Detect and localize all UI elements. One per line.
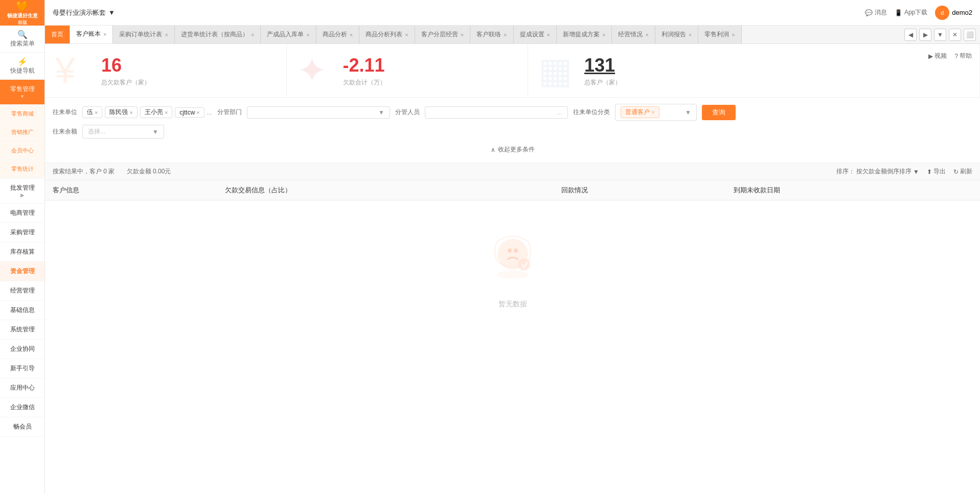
tab-new-achievement[interactable]: 新增提成方案 × [557,26,612,43]
tab-customer-book-close[interactable]: × [103,31,106,37]
tab-customer-book[interactable]: 客户账本 × [70,26,113,43]
sidebar-item-member-center[interactable]: 会员中心 [0,142,44,160]
tab-maximize-button[interactable]: ⬜ [964,29,976,41]
stat-card-total-debt: ✦ -2.11 欠款合计（万） [287,44,529,97]
stat2-value: -2.11 [343,54,386,76]
sidebar-item-search-menu[interactable]: 🔍 搜索菜单 [0,26,44,53]
tab-product-analysis-list-close[interactable]: × [405,32,408,38]
filter-balance-select[interactable]: 选择... ▼ [82,125,164,139]
col-due-date: 到期未收款日期 [726,181,980,200]
filter-person-select[interactable]: ... [425,106,568,119]
tab-product-inbound[interactable]: 产成品入库单 × [261,26,316,43]
filter-unit-class-remove[interactable]: × [651,109,655,116]
tab-purchase-order-stats[interactable]: 采购订单统计表 × [113,26,174,43]
tab-retail-profit[interactable]: 零售利润 × [698,26,741,43]
sort-selector[interactable]: 排序： 按欠款金额倒序排序 ▼ [836,167,919,176]
main-area: 母婴行业演示帐套 ▼ 💬 消息 📱 App下载 d demo2 首页 客户账本 [45,0,980,494]
sidebar-item-new-guide[interactable]: 新手引导 [0,359,44,378]
help-action-button[interactable]: ? 帮助 [954,52,972,60]
tab-remind-close[interactable]: × [547,32,550,38]
filter-dept-select[interactable]: ▼ [247,106,390,119]
col-debt-info: 欠款交易信息（占比） [217,181,554,200]
sidebar-item-app-center[interactable]: 应用中心 [0,378,44,398]
tab-product-inbound-close[interactable]: × [306,32,309,38]
sidebar-item-retail-mall[interactable]: 零售商城 [0,105,44,123]
export-button[interactable]: ⬆ 导出 [927,167,946,176]
sidebar-item-enterprise-wechat[interactable]: 企业微信 [0,398,44,417]
filter-collapse-button[interactable]: ∧ 收起更多条件 [53,143,972,156]
tab-inbound-close[interactable]: × [251,32,254,38]
sidebar-item-business-mgmt[interactable]: 经营管理 [0,281,44,301]
logo-icon: 🧡 [7,0,38,12]
sidebar-item-inventory-check[interactable]: 库存核算 [0,242,44,262]
tab-business-status[interactable]: 经营情况 × [612,26,655,43]
filter-tag-cjttcw-remove[interactable]: × [196,109,199,116]
video-action-button[interactable]: ▶ 视频 [928,52,947,60]
sidebar-item-retail-mgmt[interactable]: 零售管理 ▼ [0,80,44,105]
filter-tag-wang-text: 王小亮 [145,108,163,117]
sidebar-item-marketing[interactable]: 营销推广 [0,123,44,142]
query-button[interactable]: 查询 [702,105,736,120]
tab-home-label: 首页 [51,30,63,39]
tab-inbound-stats[interactable]: 进货单统计表（按商品） × [175,26,261,43]
tab-retail-profit-close[interactable]: × [732,32,735,38]
app-download-button[interactable]: 📱 App下载 [895,8,927,17]
sidebar-item-capital-mgmt[interactable]: 资金管理 [0,262,44,281]
message-button[interactable]: 💬 消息 [865,8,887,17]
workspace-selector[interactable]: 母婴行业演示帐套 ▼ [53,8,115,17]
tab-product-analysis[interactable]: 商品分析 × [316,26,359,43]
tab-purchase-order-label: 采购订单统计表 [119,30,162,39]
filter-tag-wu-remove[interactable]: × [95,109,98,116]
filter-tag-chen-remove[interactable]: × [129,109,132,116]
sidebar-item-purchase-mgmt[interactable]: 采购管理 [0,223,44,242]
sidebar-item-ecommerce-mgmt[interactable]: 电商管理 [0,204,44,223]
filter-tag-wang: 王小亮 × [140,106,172,118]
tab-purchase-order-close[interactable]: × [165,32,168,38]
tab-product-analysis-close[interactable]: × [350,32,353,38]
tab-inbound-stats-label: 进货单统计表（按商品） [181,30,248,39]
tab-customer-contact[interactable]: 客户联络 × [470,26,513,43]
tab-business-status-close[interactable]: × [645,32,648,38]
filter-unit-class-select[interactable]: 普通客户 × ▼ [615,104,697,121]
tab-profit-report[interactable]: 利润报告 × [655,26,698,43]
filter-person-label: 分管人员 [395,108,420,117]
sidebar: 🧡 畅捷通好生意 标版 🔍 搜索菜单 ⚡ 快捷导航 零售管理 ▼ 零售商城 营销… [0,0,45,494]
tab-new-achievement-close[interactable]: × [602,32,605,38]
tab-customer-tier-close[interactable]: × [461,32,464,38]
stat-card-total-customers: ▦ 131 总客户（家） ▶ 视频 ? 帮助 [528,44,980,97]
sidebar-item-retail-stats[interactable]: 零售统计 [0,160,44,178]
tab-product-analysis-list[interactable]: 商品分析列表 × [359,26,415,43]
user-name: demo2 [952,9,972,16]
sidebar-item-enterprise-collab[interactable]: 企业协同 [0,340,44,359]
sidebar-item-quick-nav[interactable]: ⚡ 快捷导航 [0,53,44,80]
stat1-value: 16 [101,54,150,76]
tab-profit-close[interactable]: × [689,32,692,38]
sidebar-item-basic-info[interactable]: 基础信息 [0,301,44,320]
svg-point-2 [508,249,512,253]
user-info[interactable]: d demo2 [935,6,972,20]
tab-product-inbound-label: 产成品入库单 [267,30,304,39]
tab-next-button[interactable]: ▶ [919,29,931,41]
tab-customer-tier[interactable]: 客户分层经营 × [415,26,470,43]
sidebar-item-free-member[interactable]: 畅会员 [0,417,44,437]
tab-menu-button[interactable]: ▼ [934,29,946,41]
sort-arrow-icon: ▼ [913,168,919,175]
result-bar-right: 排序： 按欠款金额倒序排序 ▼ ⬆ 导出 ↻ 刷新 [836,167,972,176]
filter-section: 往来单位 伍 × 陈民强 × 王小亮 × cjttcw [45,98,980,163]
sidebar-capital-label: 资金管理 [10,267,35,275]
tab-bar: 首页 客户账本 × 采购订单统计表 × 进货单统计表（按商品） × 产成品入库单… [45,26,980,44]
export-label: 导出 [933,167,946,176]
sidebar-item-system-mgmt[interactable]: 系统管理 [0,320,44,340]
stat-actions: ▶ 视频 ? 帮助 [928,52,972,60]
sidebar-search-label: 搜索菜单 [5,39,39,48]
sidebar-new-guide-label: 新手引导 [10,365,35,372]
tab-remind-settings[interactable]: 提成设置 × [514,26,557,43]
tab-customer-contact-close[interactable]: × [504,32,507,38]
tab-close-all-button[interactable]: ✕ [949,29,961,41]
sidebar-item-wholesale-mgmt[interactable]: 批发管理 ▶ [0,178,44,204]
filter-more-button[interactable]: ... [207,109,212,116]
filter-tag-wang-remove[interactable]: × [165,109,168,116]
tab-home[interactable]: 首页 [45,26,70,43]
refresh-button[interactable]: ↻ 刷新 [953,167,972,176]
tab-prev-button[interactable]: ◀ [904,29,917,41]
